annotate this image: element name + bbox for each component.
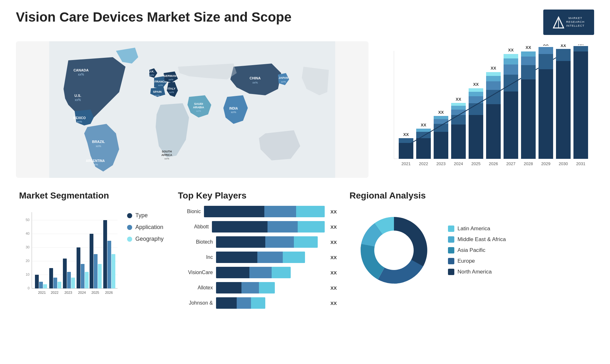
svg-text:xx%: xx% [158,84,163,87]
svg-text:40: 40 [26,232,30,235]
legend-label-application: Application [135,224,163,231]
svg-text:XX: XX [491,66,496,71]
svg-rect-82 [521,79,536,159]
svg-text:2024: 2024 [454,161,463,166]
svg-text:XX: XX [403,132,409,137]
svg-text:2030: 2030 [559,161,568,166]
svg-rect-117 [43,284,47,288]
segmentation-title: Market Segmentation [19,191,165,201]
svg-text:xx%: xx% [77,120,82,123]
player-bar-container [212,221,325,233]
svg-text:2024: 2024 [78,291,86,294]
svg-rect-93 [556,61,571,159]
legend-dot-type [127,213,132,218]
player-row: Abbott XX [178,221,337,233]
players-container: Top Key Players Bionic XX [175,187,340,364]
bottom-section: Market Segmentation 0 10 20 30 40 [16,187,594,364]
player-value: XX [330,224,337,230]
svg-rect-77 [504,54,518,58]
svg-rect-85 [521,51,536,57]
player-bar-container [216,297,325,309]
donut-segments [361,217,427,284]
svg-rect-69 [486,76,501,81]
svg-text:10: 10 [26,273,30,276]
bar-chart-container: XX 2021 XX 2022 XX 2023 [378,41,594,178]
svg-text:2026: 2026 [105,291,113,294]
svg-rect-89 [539,54,553,69]
svg-text:SAUDI: SAUDI [194,102,203,105]
svg-rect-52 [451,125,466,159]
svg-rect-73 [504,91,518,159]
svg-text:xx%: xx% [92,163,98,166]
svg-rect-123 [63,259,67,288]
page-container: Vision Care Devices Market Size and Scop… [0,0,610,364]
legend-text-europe: Europe [458,258,475,264]
svg-rect-120 [53,278,57,288]
legend-color-middle-east [448,236,454,243]
svg-text:XX: XX [473,82,479,87]
regional-container: Regional Analysis [346,187,594,364]
player-bar-container [216,252,325,263]
player-row: Biotech XX [178,236,337,248]
svg-rect-97 [573,51,588,159]
player-value: XX [330,285,337,291]
donut-area: Latin America Middle East & Africa Asia … [349,206,591,295]
svg-rect-46 [434,132,448,159]
svg-rect-55 [451,106,466,110]
svg-rect-94 [556,49,571,61]
legend-text-latin-america: Latin America [458,226,490,232]
player-value: XX [330,255,337,260]
player-name: Johnson & [178,300,213,306]
legend-item-geography: Geography [127,236,164,242]
svg-text:CANADA: CANADA [73,68,89,72]
svg-rect-41 [416,138,431,159]
svg-text:xx%: xx% [252,81,258,84]
player-bar-container [216,282,325,293]
svg-rect-74 [504,75,518,91]
legend-label-type: Type [135,212,148,219]
regional-legend-item: Middle East & Africa [448,236,506,243]
seg-chart-area: 0 10 20 30 40 50 2021 [19,206,165,307]
svg-text:2022: 2022 [419,161,428,166]
svg-text:xx%: xx% [149,74,154,77]
logo-area: MARKET RESEARCH INTELLECT [543,10,594,35]
player-bar-container [216,267,325,278]
svg-text:CHINA: CHINA [250,76,261,80]
svg-text:SPAIN: SPAIN [153,90,162,93]
svg-rect-84 [521,57,536,65]
player-bar-container [204,206,325,217]
player-name: Allotex [178,285,213,291]
svg-text:INDIA: INDIA [229,107,238,110]
regional-legend-item: Europe [448,258,506,264]
svg-text:XX: XX [578,44,584,46]
svg-text:xx%: xx% [281,80,286,83]
svg-rect-66 [486,104,501,159]
svg-text:2025: 2025 [471,161,481,166]
svg-rect-90 [539,47,553,54]
player-bar-container [216,236,325,248]
players-title: Top Key Players [178,191,337,201]
svg-rect-131 [90,234,93,288]
svg-text:XX: XX [508,48,514,52]
svg-rect-133 [98,264,102,288]
player-row: Inc XX [178,252,337,263]
svg-text:XX: XX [525,45,531,50]
svg-text:xx%: xx% [75,98,81,102]
svg-text:xx%: xx% [231,111,236,114]
svg-rect-68 [486,81,501,90]
legend-dot-application [127,225,132,230]
svg-text:XX: XX [560,44,566,48]
svg-rect-37 [399,143,413,159]
svg-text:2029: 2029 [541,161,551,166]
bar-chart-svg: XX 2021 XX 2022 XX 2023 [384,44,594,178]
svg-text:ITALY: ITALY [168,87,176,90]
svg-rect-62 [469,92,483,96]
svg-rect-115 [35,275,39,288]
legend-dot-geography [127,237,132,242]
svg-text:XX: XX [438,110,444,115]
svg-text:U.S.: U.S. [74,94,81,98]
regional-title: Regional Analysis [349,191,591,201]
svg-text:xx%: xx% [96,145,101,148]
svg-text:XX: XX [456,97,461,102]
player-value: XX [330,239,337,245]
